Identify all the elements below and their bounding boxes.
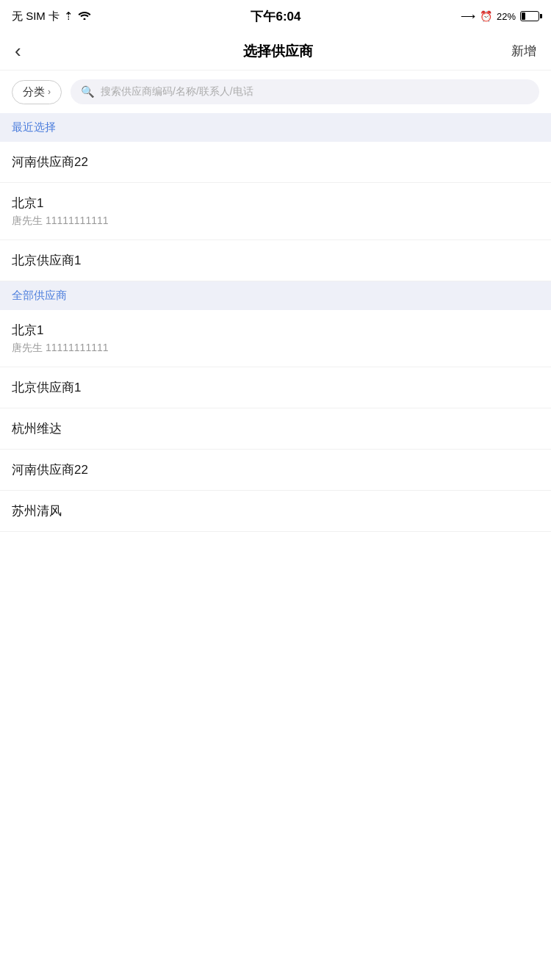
supplier-name: 北京供应商1 <box>12 252 539 269</box>
search-icon: 🔍 <box>81 85 95 98</box>
supplier-name: 河南供应商22 <box>12 461 539 478</box>
category-label: 分类 <box>23 85 45 99</box>
wifi-signal <box>78 10 91 23</box>
supplier-contact: 唐先生 11111111111 <box>12 342 539 355</box>
sim-label: 无 SIM 卡 <box>12 10 60 24</box>
svg-point-0 <box>84 18 86 21</box>
section-label-all: 全部供应商 <box>12 289 67 301</box>
back-button[interactable]: ‹ <box>15 40 44 62</box>
search-box[interactable]: 🔍 搜索供应商编码/名称/联系人/电话 <box>71 79 539 104</box>
search-placeholder: 搜索供应商编码/名称/联系人/电话 <box>101 85 253 98</box>
alarm-icon: ⏰ <box>480 10 492 22</box>
status-time: 下午6:04 <box>251 8 300 25</box>
list-item[interactable]: 北京供应商1 <box>0 367 551 408</box>
location-icon: ⟶ <box>461 10 475 22</box>
list-item[interactable]: 河南供应商22 <box>0 450 551 491</box>
status-left: 无 SIM 卡 ⇡ <box>12 10 91 24</box>
list-item[interactable]: 北京供应商1 <box>0 240 551 281</box>
list-item[interactable]: 北京1唐先生 11111111111 <box>0 310 551 367</box>
section-label-recent: 最近选择 <box>12 120 56 133</box>
wifi-icon: ⇡ <box>64 10 73 23</box>
supplier-name: 北京1 <box>12 195 539 212</box>
chevron-right-icon: › <box>48 87 51 97</box>
nav-bar: ‹ 选择供应商 新增 <box>0 32 551 71</box>
filter-bar: 分类 › 🔍 搜索供应商编码/名称/联系人/电话 <box>0 71 551 113</box>
battery-percent: 22% <box>497 11 516 22</box>
add-button[interactable]: 新增 <box>511 43 536 60</box>
list-item[interactable]: 北京1唐先生 11111111111 <box>0 183 551 240</box>
section-header-recent: 最近选择 <box>0 113 551 142</box>
list-item[interactable]: 苏州清风 <box>0 491 551 532</box>
supplier-name: 杭州维达 <box>12 420 539 437</box>
section-header-all: 全部供应商 <box>0 281 551 310</box>
list-item[interactable]: 河南供应商22 <box>0 142 551 183</box>
content-area: 最近选择河南供应商22北京1唐先生 11111111111北京供应商1全部供应商… <box>0 113 551 532</box>
status-right: ⟶ ⏰ 22% <box>461 10 539 22</box>
supplier-name: 北京供应商1 <box>12 379 539 396</box>
status-bar: 无 SIM 卡 ⇡ 下午6:04 ⟶ ⏰ 22% <box>0 0 551 32</box>
supplier-name: 苏州清风 <box>12 502 539 519</box>
supplier-name: 河南供应商22 <box>12 154 539 170</box>
page-title: 选择供应商 <box>243 42 313 61</box>
supplier-name: 北京1 <box>12 322 539 339</box>
category-filter-button[interactable]: 分类 › <box>12 80 62 104</box>
supplier-contact: 唐先生 11111111111 <box>12 215 539 228</box>
list-item[interactable]: 杭州维达 <box>0 408 551 450</box>
battery-icon <box>520 11 539 21</box>
